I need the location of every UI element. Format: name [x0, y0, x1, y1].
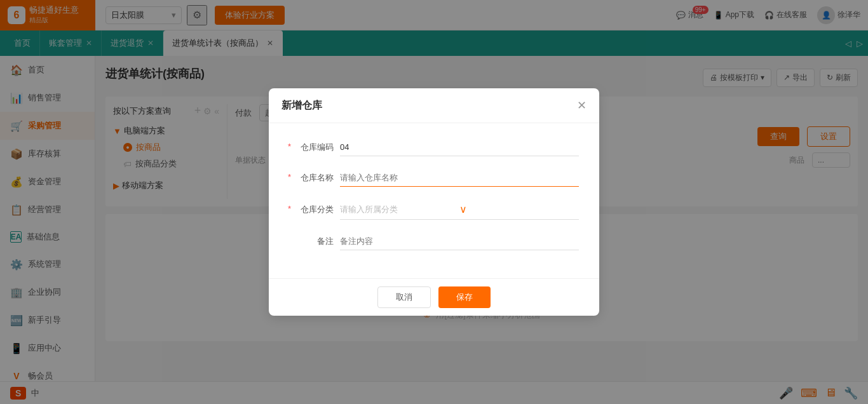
code-label: 仓库编码: [289, 142, 340, 153]
name-label: 仓库名称: [289, 172, 340, 184]
note-input[interactable]: [340, 232, 579, 250]
note-label: 备注: [289, 236, 340, 247]
name-input[interactable]: [340, 169, 579, 187]
category-select[interactable]: 请输入所属分类 ∨: [340, 199, 579, 220]
category-arrow-icon: ∨: [459, 203, 579, 215]
dialog-add-warehouse: 新增仓库 ✕ 仓库编码 仓库名称 仓库分类 请输入所属分类 ∨: [269, 88, 599, 316]
category-label: 仓库分类: [289, 204, 340, 215]
category-placeholder: 请输入所属分类: [340, 204, 459, 215]
save-button[interactable]: 保存: [438, 286, 491, 308]
dialog-footer: 取消 保存: [269, 278, 599, 316]
dialog-category-row: 仓库分类 请输入所属分类 ∨: [289, 199, 579, 220]
modal-overlay[interactable]: 新增仓库 ✕ 仓库编码 仓库名称 仓库分类 请输入所属分类 ∨: [0, 0, 868, 404]
dialog-header: 新增仓库 ✕: [269, 88, 599, 123]
code-input[interactable]: [340, 138, 579, 156]
dialog-title: 新增仓库: [281, 99, 322, 112]
dialog-code-row: 仓库编码: [289, 138, 579, 156]
dialog-body: 仓库编码 仓库名称 仓库分类 请输入所属分类 ∨ 备注: [269, 123, 599, 278]
cancel-button[interactable]: 取消: [377, 286, 431, 308]
dialog-note-row: 备注: [289, 232, 579, 250]
dialog-name-row: 仓库名称: [289, 169, 579, 187]
dialog-close-button[interactable]: ✕: [577, 98, 587, 112]
